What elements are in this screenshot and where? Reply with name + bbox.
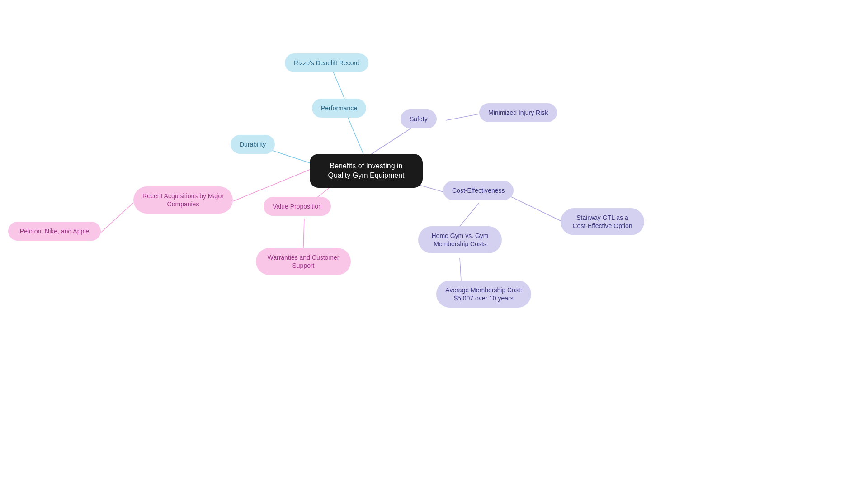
peloton-node: Peloton, Nike, and Apple <box>8 222 101 241</box>
durability-node: Durability <box>231 135 275 154</box>
stairway-gtl-node: Stairway GTL as a Cost-Effective Option <box>561 208 644 235</box>
svg-line-4 <box>446 114 479 120</box>
warranties-node: Warranties and Customer Support <box>256 248 351 275</box>
home-gym-vs-node: Home Gym vs. Gym Membership Costs <box>418 226 502 253</box>
svg-line-10 <box>303 219 304 248</box>
svg-line-8 <box>460 258 461 281</box>
performance-node: Performance <box>312 99 366 118</box>
minimized-injury-risk-node: Minimized Injury Risk <box>479 103 557 122</box>
safety-node: Safety <box>401 109 437 128</box>
value-proposition-node: Value Proposition <box>264 197 331 216</box>
cost-effectiveness-node: Cost-Effectiveness <box>443 181 514 200</box>
rizzos-deadlift-node: Rizzo's Deadlift Record <box>285 53 368 72</box>
svg-line-7 <box>460 203 479 226</box>
average-membership-node: Average Membership Cost: $5,007 over 10 … <box>436 281 531 308</box>
recent-acquisitions-node: Recent Acquisitions by Major Companies <box>133 186 233 214</box>
center-node: Benefits of Investing in Quality Gym Equ… <box>310 154 423 188</box>
svg-line-12 <box>101 203 133 233</box>
